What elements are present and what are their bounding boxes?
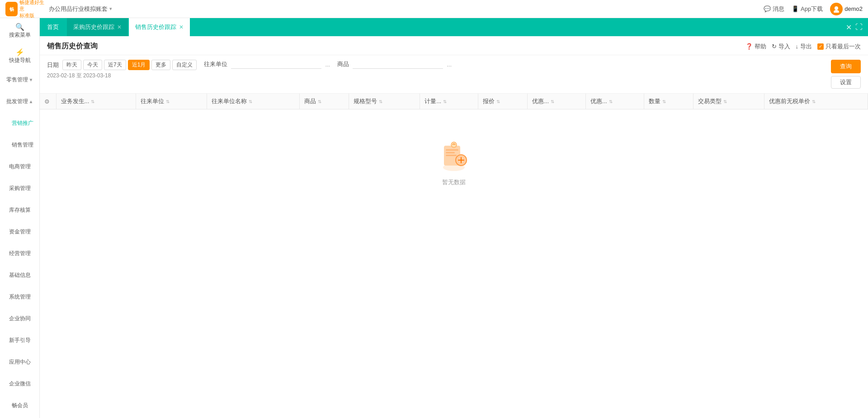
sidebar-item-search-menu[interactable]: 🔍 搜索菜单: [0, 18, 39, 43]
sidebar-item-retail-mgmt[interactable]: 零售管理 ▼: [0, 69, 39, 90]
date-btn-7days[interactable]: 近7天: [104, 60, 126, 70]
search-actions: 查询 设置: [831, 60, 861, 89]
top-bar-actions: 💬 消息 📱 App下载 demo2: [764, 3, 863, 15]
col-partner-name[interactable]: 往来单位名称⇅: [207, 94, 300, 109]
retail-mgmt-arrow-icon: ▼: [29, 77, 33, 82]
sidebar-item-guide[interactable]: 新手引导: [0, 329, 39, 351]
sort-unit-icon: ⇅: [443, 99, 447, 104]
date-btn-1month[interactable]: 近1月: [128, 60, 150, 70]
top-bar: 畅 畅捷通好生意 标准版 办公用品行业模拟账套 ▾ 💬 消息 📱 App下载 d…: [0, 0, 868, 18]
sidebar-item-wholesale-mgmt[interactable]: 批发管理 ▲: [0, 90, 39, 112]
col-discount1[interactable]: 优惠...⇅: [528, 94, 586, 109]
tab-fullscreen-icon[interactable]: ⛶: [855, 23, 863, 31]
logo-icon: 畅: [5, 2, 18, 16]
sort-product-icon: ⇅: [318, 99, 321, 104]
tab-sales-close-icon[interactable]: ✕: [179, 24, 184, 30]
message-action[interactable]: 💬 消息: [764, 5, 784, 13]
col-unit[interactable]: 计量...⇅: [420, 94, 478, 109]
col-product[interactable]: 商品⇅: [300, 94, 349, 109]
import-action[interactable]: ↻ 导入: [772, 43, 790, 51]
data-table: ⚙ 业务发生...⇅ 往来单位⇅ 往来单位名称⇅: [40, 94, 868, 109]
gear-icon[interactable]: ⚙: [44, 98, 50, 105]
svg-text:畅: 畅: [9, 7, 14, 12]
partner-input[interactable]: [231, 60, 321, 69]
sidebar: 🔍 搜索菜单 ⚡ 快捷导航 零售管理 ▼ 批发管理 ▲ 营销推广 销售管理 电商…: [0, 18, 40, 418]
checkbox-icon: ✓: [817, 43, 824, 50]
tab-close-all-icon[interactable]: ✕: [846, 23, 852, 32]
phone-icon: 📱: [792, 5, 799, 12]
sidebar-item-purchase-mgmt[interactable]: 采购管理: [0, 177, 39, 199]
date-label: 日期: [47, 61, 59, 69]
sidebar-item-quick-nav[interactable]: ⚡ 快捷导航: [0, 43, 39, 69]
message-icon: 💬: [764, 5, 771, 12]
sidebar-item-enterprise-wechat[interactable]: 企业微信: [0, 373, 39, 394]
col-pretax-price[interactable]: 优惠前无税单价⇅: [764, 94, 868, 109]
sort-qty-icon: ⇅: [662, 99, 666, 104]
product-input[interactable]: [353, 60, 443, 69]
export-action[interactable]: ↓ 导出: [796, 43, 812, 51]
only-last-checkbox[interactable]: ✓ 只看最后一次: [817, 43, 861, 51]
sort-discount2-icon: ⇅: [609, 99, 613, 104]
main-layout: 🔍 搜索菜单 ⚡ 快捷导航 零售管理 ▼ 批发管理 ▲ 营销推广 销售管理 电商…: [0, 18, 868, 418]
sidebar-item-basic-info[interactable]: 基础信息: [0, 264, 39, 286]
tab-purchase-history[interactable]: 采购历史价跟踪 ✕: [67, 18, 128, 36]
date-range-display: 2023-02-18 至 2023-03-18: [47, 72, 197, 80]
svg-rect-8: [446, 155, 457, 156]
settings-button[interactable]: 设置: [831, 76, 861, 89]
sidebar-item-finance[interactable]: 资金管理: [0, 221, 39, 242]
sort-pretax-price-icon: ⇅: [812, 99, 816, 104]
col-qty[interactable]: 数量⇅: [644, 94, 693, 109]
tab-home[interactable]: 首页: [40, 18, 66, 36]
tab-sales-history[interactable]: 销售历史价跟踪 ✕: [129, 18, 190, 36]
partner-filter-group: 往来单位 ...: [204, 60, 330, 69]
sidebar-item-operations[interactable]: 经营管理: [0, 242, 39, 264]
help-action[interactable]: ❓ 帮助: [745, 43, 766, 51]
col-quote[interactable]: 报价⇅: [478, 94, 528, 109]
page-title: 销售历史价查询: [47, 42, 98, 51]
page-header-actions: ❓ 帮助 ↻ 导入 ↓ 导出 ✓ 只看最后一次: [745, 43, 861, 51]
tab-purchase-close-icon[interactable]: ✕: [117, 24, 122, 30]
logo-text: 畅捷通好生意 标准版: [19, 0, 45, 19]
empty-state: 暂无数据: [40, 109, 868, 214]
sort-quote-icon: ⇅: [496, 99, 500, 104]
sidebar-item-ecom-mgmt[interactable]: 电商管理: [0, 156, 39, 177]
avatar: [830, 3, 843, 15]
svg-point-12: [451, 142, 457, 147]
partner-dots[interactable]: ...: [325, 61, 330, 68]
app-download-action[interactable]: 📱 App下载: [792, 5, 823, 13]
sort-partner-code-icon: ⇅: [166, 99, 170, 104]
col-discount2[interactable]: 优惠...⇅: [586, 94, 644, 109]
date-btn-more[interactable]: 更多: [151, 60, 170, 70]
date-btn-yesterday[interactable]: 昨天: [62, 60, 81, 70]
sidebar-item-system[interactable]: 系统管理: [0, 286, 39, 308]
product-dots[interactable]: ...: [447, 61, 452, 68]
wholesale-mgmt-arrow-icon: ▲: [29, 99, 33, 104]
sidebar-item-member[interactable]: 畅会员: [0, 394, 39, 416]
query-button[interactable]: 查询: [831, 60, 861, 73]
date-btn-today[interactable]: 今天: [83, 60, 102, 70]
import-icon: ↻: [772, 43, 777, 50]
window-title-dropdown-icon[interactable]: ▾: [109, 6, 112, 12]
svg-point-2: [835, 6, 838, 10]
date-btn-custom[interactable]: 自定义: [172, 60, 197, 70]
sidebar-item-sales-mgmt[interactable]: 销售管理: [0, 134, 39, 156]
window-title[interactable]: 办公用品行业模拟账套 ▾: [45, 5, 764, 13]
user-avatar-action[interactable]: demo2: [830, 3, 863, 15]
col-biz-date[interactable]: 业务发生...⇅: [56, 94, 136, 109]
svg-point-3: [834, 10, 839, 13]
export-icon: ↓: [796, 43, 799, 50]
app-logo: 畅 畅捷通好生意 标准版: [5, 0, 45, 19]
col-spec[interactable]: 规格型号⇅: [349, 94, 420, 109]
col-trade-type[interactable]: 交易类型⇅: [693, 94, 764, 109]
partner-label: 往来单位: [204, 60, 227, 68]
svg-rect-7: [446, 152, 455, 153]
page-header: 销售历史价查询 ❓ 帮助 ↻ 导入 ↓ 导出 ✓: [40, 36, 868, 55]
sidebar-item-enterprise[interactable]: 企业协同: [0, 308, 39, 329]
sort-spec-icon: ⇅: [379, 99, 382, 104]
sidebar-item-app-center[interactable]: 应用中心: [0, 351, 39, 373]
col-partner-code[interactable]: 往来单位⇅: [136, 94, 207, 109]
col-settings[interactable]: ⚙: [40, 94, 56, 109]
sidebar-item-inventory[interactable]: 库存核算: [0, 199, 39, 221]
sidebar-item-marketing[interactable]: 营销推广: [0, 112, 39, 134]
empty-illustration: [436, 137, 472, 173]
